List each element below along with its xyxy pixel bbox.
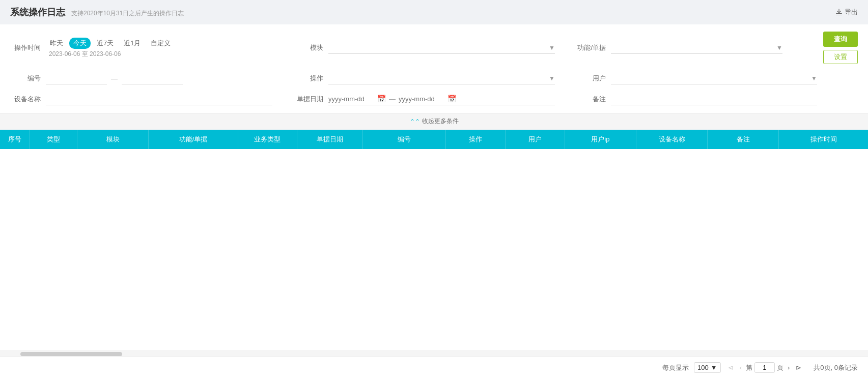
user-select[interactable]	[611, 72, 817, 84]
export-label: 导出	[845, 8, 858, 17]
user-select-wrapper: ▼	[611, 72, 817, 84]
page-label: 第	[746, 363, 752, 372]
op-label: 操作	[293, 74, 323, 83]
col-remark: 备注	[708, 130, 779, 149]
last-page-btn[interactable]: ⊳	[794, 363, 803, 372]
col-op-time: 操作时间	[779, 130, 868, 149]
col-no: 序号	[0, 130, 30, 149]
yesterday-btn[interactable]: 昨天	[46, 38, 67, 49]
table-container: 序号 类型 模块 功能/单据 业务类型 单据日期 编号 操作 用户 用户ip 设…	[0, 130, 868, 351]
last7-btn[interactable]: 近7天	[93, 38, 118, 49]
time-label: 操作时间	[10, 43, 41, 52]
range-dash: —	[111, 75, 118, 82]
total-info: 共0页, 0条记录	[814, 363, 858, 372]
page-info: 第 页	[746, 362, 783, 373]
per-page-select[interactable]: 100 ▼	[694, 362, 721, 373]
module-select[interactable]	[328, 42, 555, 53]
doc-date-range: 📅 — 📅	[328, 93, 555, 105]
page-title: 系统操作日志	[10, 6, 65, 18]
scroll-area[interactable]	[0, 351, 868, 357]
doc-date-to[interactable]	[399, 95, 444, 103]
collapse-bar[interactable]: ⌃⌃ 收起更多条件	[0, 113, 868, 129]
today-btn[interactable]: 今天	[69, 38, 91, 49]
col-device: 设备名称	[636, 130, 707, 149]
device-label: 设备名称	[10, 95, 41, 104]
col-op: 操作	[446, 130, 506, 149]
col-type: 类型	[30, 130, 77, 149]
scroll-thumb	[20, 352, 122, 356]
date-range-display: 2023-06-06 至 2023-06-06	[49, 50, 175, 59]
page-nav: ⊲ ‹ 第 页 › ⊳	[726, 362, 804, 373]
doc-date-filter-cell: 单据日期 📅 — 📅	[293, 93, 575, 105]
prev-page-btn[interactable]: ‹	[738, 363, 744, 372]
func-select[interactable]	[611, 42, 782, 53]
filter-section: 操作时间 昨天 今天 近7天 近1月 自定义 2023-06-06 至 2023…	[0, 24, 868, 129]
op-select-wrapper: ▼	[328, 72, 555, 84]
per-page-chevron: ▼	[711, 364, 717, 371]
filter-row-2: 编号 — 操作 ▼	[10, 72, 858, 84]
no-label: 编号	[10, 74, 41, 83]
op-filter-cell: 操作 ▼	[293, 72, 575, 84]
page-title-area: 系统操作日志 支持2020年10月31日之后产生的操作日志	[10, 6, 184, 18]
page-subtitle: 支持2020年10月31日之后产生的操作日志	[71, 9, 184, 18]
calendar-icon-to[interactable]: 📅	[447, 95, 456, 103]
first-page-btn[interactable]: ⊲	[726, 363, 736, 372]
next-page-btn[interactable]: ›	[786, 363, 792, 372]
settings-button[interactable]: 设置	[823, 50, 858, 64]
table-header-row: 序号 类型 模块 功能/单据 业务类型 单据日期 编号 操作 用户 用户ip 设…	[0, 130, 868, 149]
user-label: 用户	[575, 74, 606, 83]
pagination: 每页显示 100 ▼ ⊲ ‹ 第 页 › ⊳ 共0页, 0条记录	[0, 357, 868, 378]
collapse-chevron-icon: ⌃⌃	[410, 118, 420, 125]
export-icon	[835, 9, 843, 16]
op-select[interactable]	[328, 72, 555, 84]
remark-input[interactable]	[611, 93, 817, 105]
calendar-icon-from[interactable]: 📅	[377, 95, 386, 103]
time-filter-cell: 操作时间 昨天 今天 近7天 近1月 自定义 2023-06-06 至 2023…	[10, 38, 293, 59]
query-button[interactable]: 查询	[823, 32, 858, 47]
per-page-label: 每页显示	[662, 363, 689, 372]
module-select-wrapper: ▼	[328, 42, 555, 54]
svg-rect-0	[836, 13, 842, 14]
date-range-sep: —	[389, 95, 396, 103]
page-header: 系统操作日志 支持2020年10月31日之后产生的操作日志 导出	[0, 0, 868, 24]
doc-date-from[interactable]	[328, 95, 374, 103]
remark-filter-cell: 备注	[575, 93, 858, 105]
time-controls: 昨天 今天 近7天 近1月 自定义 2023-06-06 至 2023-06-0…	[46, 38, 175, 59]
func-and-btns: 功能/单据 ▼ 查询 设置	[575, 32, 858, 64]
col-biz-type: 业务类型	[238, 130, 297, 149]
module-filter-cell: 模块 ▼	[293, 42, 575, 54]
page-input[interactable]	[754, 362, 775, 373]
filter-inner: 操作时间 昨天 今天 近7天 近1月 自定义 2023-06-06 至 2023…	[0, 24, 868, 105]
action-buttons: 查询 设置	[823, 32, 858, 64]
func-select-wrapper: ▼	[611, 42, 782, 54]
col-doc-date: 单据日期	[297, 130, 362, 149]
col-no-num: 编号	[362, 130, 445, 149]
data-table: 序号 类型 模块 功能/单据 业务类型 单据日期 编号 操作 用户 用户ip 设…	[0, 130, 868, 149]
col-module: 模块	[77, 130, 149, 149]
custom-btn[interactable]: 自定义	[147, 38, 175, 49]
per-page-value: 100	[697, 364, 709, 371]
last1m-btn[interactable]: 近1月	[120, 38, 145, 49]
svg-rect-1	[836, 15, 842, 15]
export-button[interactable]: 导出	[835, 8, 858, 17]
user-filter-cell: 用户 ▼	[575, 72, 858, 84]
page-unit: 页	[777, 363, 783, 372]
collapse-label: 收起更多条件	[422, 117, 459, 126]
no-input-to[interactable]	[122, 72, 183, 84]
col-user: 用户	[506, 130, 565, 149]
remark-label: 备注	[575, 95, 606, 104]
no-range: —	[46, 72, 272, 84]
page-container: 系统操作日志 支持2020年10月31日之后产生的操作日志 导出 操作时间	[0, 0, 868, 378]
device-input[interactable]	[46, 93, 272, 105]
module-label: 模块	[293, 43, 323, 52]
device-filter-cell: 设备名称	[10, 93, 293, 105]
no-input-from[interactable]	[46, 72, 107, 84]
col-func: 功能/单据	[149, 130, 238, 149]
filter-row-3: 设备名称 单据日期 📅 — 📅 备注	[10, 93, 858, 105]
func-label: 功能/单据	[575, 43, 606, 52]
table-header: 序号 类型 模块 功能/单据 业务类型 单据日期 编号 操作 用户 用户ip 设…	[0, 130, 868, 149]
col-user-ip: 用户ip	[565, 130, 636, 149]
doc-date-label: 单据日期	[293, 95, 323, 104]
filter-row-1: 操作时间 昨天 今天 近7天 近1月 自定义 2023-06-06 至 2023…	[10, 32, 858, 64]
no-filter-cell: 编号 —	[10, 72, 293, 84]
